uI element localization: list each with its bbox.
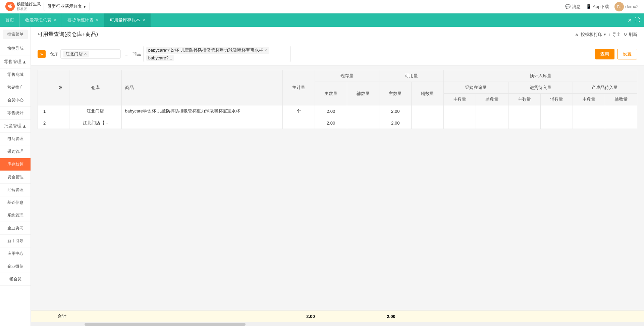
sidebar-item-new-guide[interactable]: 新手引导 bbox=[0, 235, 31, 247]
chevron-down-icon: ▾ bbox=[84, 4, 86, 9]
cell-current-main-1: 2.00 bbox=[315, 105, 347, 117]
logo-text-area: 畅捷通好生意 标准版 bbox=[17, 2, 41, 11]
sidebar-item-ecommerce-mgmt[interactable]: 电商管理 bbox=[0, 133, 31, 145]
sidebar-item-wholesale-mgmt[interactable]: 批发管理 ▲ bbox=[0, 120, 31, 133]
user-area[interactable]: Ea demo2 bbox=[614, 2, 639, 11]
cell-purchase-sub-1 bbox=[476, 105, 508, 117]
th-incoming-main: 主数量 bbox=[508, 94, 540, 105]
sidebar-item-marketing[interactable]: 营销推广 bbox=[0, 81, 31, 94]
th-current-main-qty: 主数量 bbox=[315, 82, 347, 105]
th-purchase-main: 主数量 bbox=[444, 94, 476, 105]
cell-purchase-main-2 bbox=[444, 117, 476, 129]
th-settings[interactable]: ⚙ bbox=[51, 70, 69, 105]
sidebar-item-purchase-mgmt[interactable]: 采购管理 bbox=[0, 145, 31, 158]
cell-incoming-main-1 bbox=[508, 105, 540, 117]
template-print-btn[interactable]: 🖨 按模板打印 ▾ bbox=[575, 32, 606, 38]
warehouse-tag-close[interactable]: ✕ bbox=[84, 52, 87, 56]
tab-order-stats[interactable]: 要货单统计表 ✕ bbox=[62, 13, 104, 27]
tab-order-stats-label: 要货单统计表 bbox=[67, 17, 94, 23]
table-row: 2 江北门店【... 2.00 2.00 bbox=[38, 117, 637, 129]
product-tag-1: babycare学饮杯 儿童防摔防撞吸管杯重力球吸嘴杯宝宝水杯 ✕ bbox=[146, 47, 269, 54]
query-button[interactable]: 查询 bbox=[595, 49, 614, 59]
top-bar: 畅 畅捷通好生意 标准版 母婴行业演示账套 ▾ 💬 消息 📱 App下载 Ea … bbox=[0, 0, 644, 13]
sidebar-item-system-mgmt[interactable]: 系统管理 bbox=[0, 209, 31, 222]
tab-home-label: 首页 bbox=[5, 17, 14, 23]
warehouse-filter-tags[interactable]: 江北门店 ✕ bbox=[60, 49, 121, 59]
cell-warehouse-2: 江北门店【... bbox=[69, 117, 121, 129]
message-btn[interactable]: 💬 消息 bbox=[565, 4, 581, 10]
product-tag-text-1: babycare学饮杯 儿童防摔防撞吸管杯重力球吸嘴杯宝宝水杯 bbox=[148, 47, 263, 53]
cell-avail-sub-2 bbox=[412, 117, 444, 129]
tab-available-stock[interactable]: 可用量库存账本 ✕ bbox=[104, 13, 151, 27]
sidebar-item-member[interactable]: 畅会员 bbox=[0, 273, 31, 286]
product-filter-label: 商品 bbox=[132, 51, 141, 57]
content-area: 可用量查询(按仓库+商品) 🖨 按模板打印 ▾ ↑ 导出 ↻ 刷新 » bbox=[31, 27, 644, 326]
close-all-tabs-icon[interactable]: ✕ bbox=[628, 17, 632, 24]
sidebar-item-stock-audit[interactable]: 库存核算 bbox=[0, 158, 31, 171]
sidebar-search-btn[interactable]: 搜索菜单 bbox=[3, 30, 28, 39]
cell-avail-sub-1 bbox=[412, 105, 444, 117]
scrollbar-thumb[interactable] bbox=[85, 323, 246, 326]
refresh-btn[interactable]: ↻ 刷新 bbox=[624, 32, 637, 38]
sidebar-item-app-center[interactable]: 应用中心 bbox=[0, 247, 31, 260]
sidebar-item-enterprise-collab[interactable]: 企业协同 bbox=[0, 222, 31, 235]
refresh-label: 刷新 bbox=[629, 32, 637, 38]
sidebar-item-basic-info[interactable]: 基础信息 bbox=[0, 196, 31, 209]
product-tag-2: babycare?... bbox=[146, 55, 174, 61]
th-main-unit: 主计量 bbox=[282, 70, 315, 105]
tab-close-icon[interactable]: ✕ bbox=[53, 18, 56, 22]
th-avail-main-qty: 主数量 bbox=[379, 82, 412, 105]
th-no bbox=[38, 70, 51, 105]
th-avail-sub-qty: 辅数量 bbox=[412, 82, 444, 105]
tab-receive-pay[interactable]: 收发存汇总表 ✕ bbox=[20, 13, 62, 27]
sidebar-item-retail-mall[interactable]: 零售商城 bbox=[0, 68, 31, 81]
cell-purchase-main-1 bbox=[444, 105, 476, 117]
th-production-sub: 辅数量 bbox=[605, 94, 637, 105]
logo-sub: 标准版 bbox=[17, 7, 41, 11]
tab-close-icon-2[interactable]: ✕ bbox=[96, 18, 99, 22]
settings-button[interactable]: 设置 bbox=[617, 49, 637, 59]
warehouse-filter-label: 仓库 bbox=[50, 51, 58, 57]
footer-current-main: 2.00 bbox=[290, 314, 331, 319]
page-header: 可用量查询(按仓库+商品) 🖨 按模板打印 ▾ ↑ 导出 ↻ 刷新 bbox=[31, 27, 644, 42]
chevron-icon-2: ▲ bbox=[22, 124, 26, 129]
tab-home[interactable]: 首页 bbox=[0, 13, 20, 27]
product-tag-text-2: babycare?... bbox=[148, 55, 172, 60]
sidebar-item-member-center[interactable]: 会员中心 bbox=[0, 94, 31, 107]
app-download-label: App下载 bbox=[593, 4, 609, 10]
template-print-label: 按模板打印 bbox=[581, 32, 602, 38]
th-warehouse: 仓库 bbox=[69, 70, 121, 105]
sidebar-item-quick-nav[interactable]: 快捷导航 bbox=[0, 42, 31, 55]
filter-expand-btn[interactable]: » bbox=[38, 50, 46, 58]
horizontal-scrollbar[interactable] bbox=[31, 322, 644, 326]
product-tag-close-1[interactable]: ✕ bbox=[264, 48, 267, 53]
filter-more-dots[interactable]: ... bbox=[125, 51, 128, 56]
cell-production-main-1 bbox=[573, 105, 605, 117]
sidebar-nav: 零售管理 ▲ 零售商城 营销推广 会员中心 零售统计 批发管理 ▲ 电商管理 采… bbox=[0, 55, 31, 286]
company-selector[interactable]: 母婴行业演示账套 ▾ bbox=[44, 2, 90, 11]
sidebar-item-retail-mgmt[interactable]: 零售管理 ▲ bbox=[0, 55, 31, 68]
maximize-icon[interactable]: ⛶ bbox=[635, 17, 640, 23]
logo-area: 畅 畅捷通好生意 标准版 bbox=[5, 2, 41, 11]
cell-unit-1: 个 bbox=[282, 105, 315, 117]
filter-actions: 查询 设置 bbox=[595, 49, 637, 59]
cell-product-1: babycare学饮杯 儿童防摔防撞吸管杯重力球吸嘴杯宝宝水杯 bbox=[121, 105, 282, 117]
sidebar-item-operation-mgmt[interactable]: 经营管理 bbox=[0, 184, 31, 196]
sidebar-item-finance-mgmt[interactable]: 资金管理 bbox=[0, 171, 31, 184]
avatar: Ea bbox=[614, 2, 624, 11]
cell-production-main-2 bbox=[573, 117, 605, 129]
main-layout: 搜索菜单 快捷导航 零售管理 ▲ 零售商城 营销推广 会员中心 零售统计 批发管… bbox=[0, 27, 644, 326]
tab-receive-pay-label: 收发存汇总表 bbox=[25, 17, 51, 23]
app-download-btn[interactable]: 📱 App下载 bbox=[586, 4, 609, 10]
sidebar-item-enterprise-wechat[interactable]: 企业微信 bbox=[0, 260, 31, 273]
product-filter-tags[interactable]: babycare学饮杯 儿童防摔防撞吸管杯重力球吸嘴杯宝宝水杯 ✕ babyca… bbox=[143, 46, 291, 62]
phone-icon: 📱 bbox=[586, 4, 591, 9]
export-btn[interactable]: ↑ 导出 bbox=[609, 32, 621, 38]
sidebar-item-retail-stats[interactable]: 零售统计 bbox=[0, 107, 31, 120]
warehouse-tag-text: 江北门店 bbox=[65, 51, 83, 57]
printer-icon: 🖨 bbox=[575, 32, 579, 37]
th-current-sub-qty: 辅数量 bbox=[347, 82, 379, 105]
footer-avail-main: 2.00 bbox=[371, 314, 411, 319]
cell-current-sub-1 bbox=[347, 105, 379, 117]
tab-close-icon-3[interactable]: ✕ bbox=[142, 18, 145, 22]
